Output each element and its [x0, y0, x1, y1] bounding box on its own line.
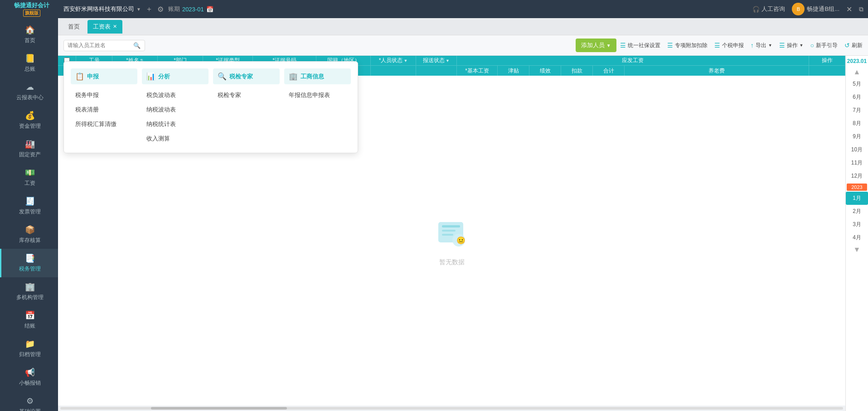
company-name: 西安虾米网络科技有限公司	[63, 5, 134, 13]
timeline-month-8[interactable]: 8月	[846, 117, 868, 130]
scrollbar-track[interactable]	[60, 407, 843, 410]
header-right: 🎧 人工咨询 B 畅捷通B组... ✕ ⧉	[752, 3, 863, 15]
tax-report-action[interactable]: ☰ 个税申报	[714, 42, 744, 49]
social-security-label: 统一社保设置	[628, 42, 660, 49]
window-close-icon[interactable]: ✕	[846, 5, 852, 14]
sidebar-item-home[interactable]: 🏠 首页	[0, 20, 58, 49]
filter-status-icon: ▼	[403, 58, 407, 63]
timeline-month-12[interactable]: 12月	[846, 169, 868, 183]
timeline-month-7[interactable]: 7月	[846, 104, 868, 117]
svg-text:😐: 😐	[456, 236, 466, 245]
refresh-action[interactable]: ↺ 刷新	[844, 42, 863, 49]
special-deduct-action[interactable]: ☰ 专项附加扣除	[667, 42, 708, 49]
sidebar-item-close[interactable]: 📅 结账	[0, 306, 58, 334]
inventory-icon: 📦	[25, 225, 35, 235]
logo-area: 畅捷通好会计 旗舰版	[5, 1, 59, 17]
salary-icon: 💵	[25, 168, 35, 178]
menu-item-annual-report[interactable]: 年报信息申报表	[284, 88, 351, 102]
menu-item-tax-settle[interactable]: 所得税汇算清缴	[71, 117, 137, 131]
tax-report-icon: ☰	[714, 42, 720, 49]
tab-home[interactable]: 首页	[63, 20, 85, 34]
th-base-salary: *基本工资	[457, 66, 498, 76]
timeline-month-5[interactable]: 5月	[846, 77, 868, 91]
tab-salary[interactable]: 工资表 ✕	[87, 20, 122, 34]
export-dropdown-icon: ▼	[768, 43, 772, 48]
timeline-year-2023: 2023	[847, 184, 867, 191]
menu-item-tax-table[interactable]: 税表清册	[71, 102, 137, 117]
bottom-scrollbar[interactable]	[58, 406, 845, 411]
svg-rect-3	[442, 234, 453, 236]
add-icon[interactable]: ＋	[145, 5, 153, 14]
timeline-month-6[interactable]: 6月	[846, 91, 868, 104]
guide-action[interactable]: ○ 新手引导	[810, 42, 838, 49]
scrollbar-thumb[interactable]	[151, 407, 287, 410]
sidebar-item-basic-settings[interactable]: ⚙ 基础设置	[0, 392, 58, 411]
th-status[interactable]: *人员状态 ▼	[371, 56, 416, 65]
tab-close-icon[interactable]: ✕	[113, 24, 117, 29]
sidebar-item-invoice[interactable]: 🧾 发票管理	[0, 192, 58, 220]
search-box[interactable]: 🔍	[63, 40, 145, 51]
timeline-month-11[interactable]: 11月	[846, 156, 868, 169]
timeline-month-3[interactable]: 3月	[846, 218, 868, 231]
toolbar-actions: ☰ 统一社保设置 ☰ 专项附加扣除 ☰ 个税申报 ↑ 导出 ▼ ☰	[620, 42, 863, 49]
empty-icon: 😐	[434, 215, 470, 251]
window-restore-icon[interactable]: ⧉	[859, 5, 863, 13]
timeline-up-nav[interactable]: ▲	[852, 67, 862, 77]
social-security-action[interactable]: ☰ 统一社保设置	[620, 42, 660, 49]
th-report-status[interactable]: 报送状态 ▼	[416, 56, 457, 65]
operate-action[interactable]: ☰ 操作 ▼	[779, 42, 804, 49]
sidebar-item-inventory[interactable]: 📦 库存核算	[0, 220, 58, 249]
guide-toolbar-icon: ○	[810, 42, 814, 49]
operate-label: 操作	[787, 42, 798, 49]
special-deduct-label: 专项附加扣除	[675, 42, 708, 49]
company-selector[interactable]: 西安虾米网络科技有限公司 ▼	[63, 5, 141, 13]
calendar-icon[interactable]: 📅	[206, 6, 213, 13]
timeline-month-2[interactable]: 2月	[846, 205, 868, 218]
tab-bar: 首页 工资表 ✕	[58, 18, 868, 35]
cloud-icon: ☁	[26, 82, 34, 92]
empty-text: 暂无数据	[439, 258, 465, 266]
user-name: 畅捷通B组...	[807, 5, 839, 13]
chevron-down-icon: ▼	[136, 7, 141, 12]
close-period-icon: 📅	[25, 310, 35, 320]
export-action[interactable]: ↑ 导出 ▼	[751, 42, 772, 49]
archive-icon: 📁	[25, 339, 35, 349]
business-icon: 🏢	[289, 72, 298, 81]
menu-item-income-estimate[interactable]: 收入测算	[142, 131, 209, 146]
user-info[interactable]: B 畅捷通B组...	[792, 3, 839, 15]
sidebar-item-salary[interactable]: 💵 工资	[0, 163, 58, 192]
help-btn[interactable]: 🎧 人工咨询	[752, 5, 785, 13]
sidebar-item-fixed-assets[interactable]: 🏭 固定资产	[0, 135, 58, 163]
report-sales-icon: 📢	[25, 367, 35, 377]
sidebar-item-cloud-report[interactable]: ☁ 云报表中心	[0, 77, 58, 106]
sidebar-item-archive[interactable]: 📁 归档管理	[0, 334, 58, 363]
refresh-label: 刷新	[852, 42, 863, 49]
menu-item-tax-expert[interactable]: 税检专家	[213, 88, 280, 102]
timeline-month-9[interactable]: 9月	[846, 130, 868, 143]
timeline-month-1[interactable]: 1月	[846, 192, 868, 205]
menu-item-tax-fluctuation[interactable]: 税负波动表	[142, 88, 209, 102]
sidebar-item-report-sales[interactable]: 📢 小畅报销	[0, 363, 58, 392]
timeline-month-10[interactable]: 10月	[846, 143, 868, 156]
menu-item-tax-stats[interactable]: 纳税统计表	[142, 117, 209, 131]
fund-icon: 💰	[25, 111, 35, 121]
menu-item-tax-wave[interactable]: 纳税波动表	[142, 102, 209, 117]
declare-title: 申报	[87, 73, 99, 81]
invoice-icon: 🧾	[25, 196, 35, 206]
timeline-month-4[interactable]: 4月	[846, 231, 868, 244]
menu-item-tax-report[interactable]: 税务申报	[71, 88, 137, 102]
add-person-button[interactable]: 添加人员 ▼	[576, 39, 616, 52]
menu-section-analysis: 📊 分析 税负波动表 纳税波动表 纳税统计表 收入测算	[142, 68, 209, 146]
sidebar-item-ledger[interactable]: 📒 总账	[0, 49, 58, 77]
sidebar-item-tax[interactable]: 📑 税务管理	[0, 249, 58, 277]
search-input[interactable]	[68, 42, 131, 48]
sidebar-item-multi-org[interactable]: 🏢 多机构管理	[0, 277, 58, 306]
timeline-down-nav[interactable]: ▼	[852, 244, 862, 255]
tax-expert-title: 税检专家	[229, 73, 253, 81]
export-icon: ↑	[751, 42, 754, 49]
menu-section-tax-expert-header: 🔍 税检专家	[213, 68, 280, 84]
sidebar-item-fund[interactable]: 💰 资金管理	[0, 106, 58, 135]
th-total: 合计	[593, 66, 625, 76]
th-performance: 绩效	[529, 66, 561, 76]
settings-icon[interactable]: ⚙	[157, 5, 164, 14]
